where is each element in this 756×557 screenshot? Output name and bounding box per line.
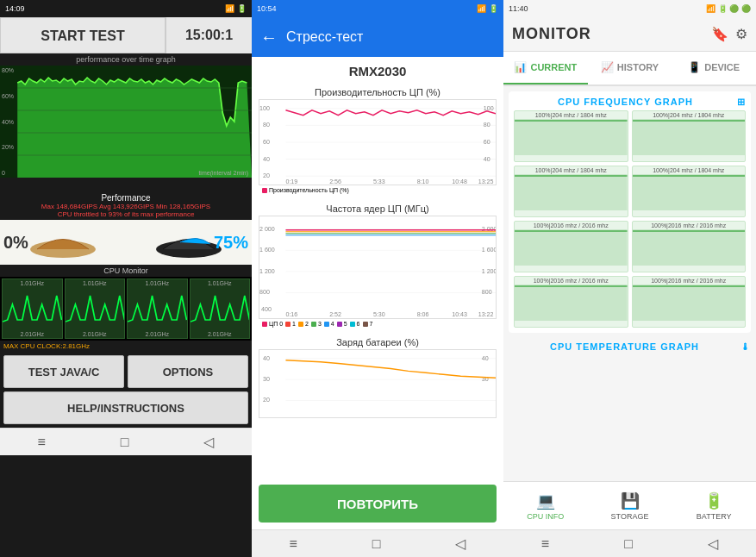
svg-text:80: 80	[484, 122, 490, 128]
cpu-monitor-section: CPU Monitor 1.01GHz 2.01GHz 1.01GHz 2.01…	[0, 265, 252, 352]
nav-home-icon-1[interactable]: □	[121, 435, 129, 450]
tab-device[interactable]: 📱 DEVICE	[672, 52, 756, 84]
nav-back-icon-3[interactable]: ◁	[708, 535, 718, 552]
gear-icon[interactable]: ⚙	[735, 26, 747, 42]
nav-home-icon-3[interactable]: □	[624, 536, 633, 552]
svg-text:40: 40	[263, 156, 270, 162]
legend-item-3: 3	[311, 321, 322, 327]
time-interval-label: time(interval 2min)	[198, 170, 248, 176]
temp-icon: 🌡	[740, 341, 751, 352]
svg-text:1 600: 1 600	[482, 247, 496, 253]
nav-back-icon-1[interactable]: ◁	[203, 434, 214, 450]
test-java-button[interactable]: TEST JAVA/C	[3, 355, 124, 388]
storage-label: STORAGE	[611, 512, 649, 521]
freq-core-4-svg	[515, 229, 628, 266]
freq-core-5-label: 100%|2016 mhz / 2016 mhz	[633, 222, 746, 229]
cpu-perf-section: Производительность ЦП (%) 100 80 60 40 2…	[252, 82, 503, 198]
battery-title: Заряд батареи (%)	[259, 335, 497, 349]
legend-item-5: 5	[337, 321, 347, 327]
nav-menu-icon-2[interactable]: ≡	[289, 536, 297, 552]
status-bar-2: 10:54 📶 🔋	[252, 0, 503, 17]
options-button[interactable]: OPTIONS	[128, 355, 248, 388]
svg-text:20: 20	[263, 397, 270, 404]
history-tab-icon: 📈	[601, 61, 614, 73]
freq-core-5: 100%|2016 mhz / 2016 mhz	[632, 221, 747, 272]
legend-label-0: ЦП 0	[269, 321, 283, 327]
freq-core-2: 100%|204 mhz / 1804 mhz	[514, 166, 628, 217]
battery-svg: 40 30 20 40 30	[259, 350, 496, 417]
cpu-perf-title: Производительность ЦП (%)	[259, 85, 497, 99]
freq-icon: ⊞	[737, 97, 746, 108]
history-tab-label: HISTORY	[617, 62, 659, 72]
panel1-header: START TEST 15:00:1	[0, 17, 252, 53]
bottom-tab-storage[interactable]: 💾 STORAGE	[588, 482, 672, 529]
nav-back-icon-2[interactable]: ◁	[455, 535, 465, 552]
cpu-info-icon: 💻	[536, 491, 555, 510]
svg-text:13:22: 13:22	[478, 311, 494, 317]
freq-section-title: CPU FREQUENCY GRAPH ⊞	[514, 97, 746, 110]
tab-history[interactable]: 📈 HISTORY	[588, 52, 672, 84]
legend-label-6: 6	[357, 321, 360, 327]
panel3-body: CPU FREQUENCY GRAPH ⊞ 100%|204 mhz / 180…	[503, 86, 756, 481]
svg-rect-71	[515, 285, 628, 321]
svg-text:8:06: 8:06	[417, 311, 429, 317]
freq-core-1-label: 100%|204 mhz / 1804 mhz	[633, 111, 746, 119]
svg-text:40: 40	[484, 156, 490, 162]
tab-current[interactable]: 📊 CURRENT	[503, 52, 588, 84]
panel2-header: ← Стресс-тест	[252, 17, 503, 57]
perf-svg	[0, 66, 252, 178]
current-tab-label: CURRENT	[530, 62, 577, 72]
freq-core-2-label: 100%|204 mhz / 1804 mhz	[515, 166, 628, 174]
nav-menu-icon-1[interactable]: ≡	[37, 435, 45, 450]
svg-text:2:52: 2:52	[329, 311, 341, 317]
svg-text:40: 40	[263, 355, 270, 361]
cpu-core-0: 1.01GHz 2.01GHz	[2, 278, 63, 339]
svg-text:1 200: 1 200	[259, 268, 275, 274]
shoe-image-left	[28, 225, 97, 260]
nav-menu-icon-3[interactable]: ≡	[541, 536, 549, 552]
status-icons-2: 📶 🔋	[477, 4, 498, 13]
core2-freq-bottom: 2.01GHz	[128, 331, 187, 337]
freq-core-1-svg	[633, 119, 746, 155]
core0-freq-top: 1.01GHz	[3, 279, 62, 287]
svg-text:5:30: 5:30	[373, 311, 385, 317]
legend-label-perf: Производительность ЦП (%)	[269, 187, 349, 193]
header-icons: 🔖 ⚙	[711, 26, 747, 42]
perf-graph-label: performance over time graph	[0, 53, 252, 66]
freq-core-4: 100%|2016 mhz / 2016 mhz	[514, 221, 628, 272]
repeat-button[interactable]: ПОВТОРИТЬ	[259, 485, 497, 523]
freq-core-1: 100%|204 mhz / 1804 mhz	[632, 110, 747, 162]
legend-label-1: 1	[292, 321, 296, 327]
panel3-bottom-tabs: 💻 CPU INFO 💾 STORAGE 🔋 BATTERY	[503, 481, 756, 529]
svg-text:0:19: 0:19	[285, 178, 297, 185]
panel-2: 10:54 📶 🔋 ← Стресс-тест RMX2030 Производ…	[252, 0, 503, 557]
freq-core-0-svg	[515, 119, 628, 155]
svg-text:30: 30	[263, 376, 270, 382]
start-test-button[interactable]: START TEST	[0, 17, 166, 53]
perf-stats: Max 148,684GIPS Avg 143,926GIPS Min 128,…	[3, 203, 248, 210]
legend-dot-2	[298, 322, 303, 327]
svg-text:800: 800	[482, 290, 492, 296]
y-labels: 80% 60% 40% 20% 0	[0, 66, 14, 178]
cpu-perf-legend: Производительность ЦП (%)	[259, 185, 497, 195]
freq-core-6-svg	[515, 285, 628, 321]
svg-text:80: 80	[263, 122, 270, 128]
bottom-tab-cpu[interactable]: 💻 CPU INFO	[503, 482, 588, 529]
y-label-20: 20%	[0, 144, 14, 150]
legend-item-4: 4	[324, 321, 334, 327]
bookmark-icon[interactable]: 🔖	[711, 26, 728, 42]
perf-throttle: CPU throttled to 93% of its max performa…	[3, 210, 248, 218]
bottom-tab-battery[interactable]: 🔋 BATTERY	[672, 482, 756, 529]
status-icons-1: 📶 🔋	[225, 4, 247, 13]
svg-text:800: 800	[259, 290, 270, 296]
device-title: RMX2030	[252, 57, 503, 82]
perf-info: Performance Max 148,684GIPS Avg 143,926G…	[0, 191, 252, 220]
timer-display: 15:00:1	[166, 17, 252, 53]
nav-home-icon-2[interactable]: □	[372, 536, 381, 552]
cpu-freq-graph-label: CPU FREQUENCY GRAPH	[558, 97, 693, 107]
back-button-2[interactable]: ←	[260, 28, 278, 47]
help-button[interactable]: HELP/INSTRUCTIONS	[3, 391, 248, 424]
svg-text:100: 100	[259, 105, 270, 111]
legend-label-5: 5	[344, 321, 347, 327]
cpu-perf-chart: 100 80 60 40 20 100 80 60 40 0:19 2:56 5…	[259, 99, 497, 185]
